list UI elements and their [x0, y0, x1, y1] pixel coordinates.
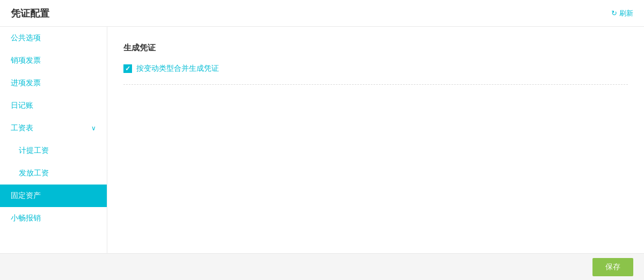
sidebar-item-label: 日记账: [11, 101, 33, 110]
sidebar-item-fixed-assets[interactable]: 固定资产: [0, 185, 107, 207]
sidebar-item-label: 固定资产: [11, 191, 41, 201]
sidebar-item-label: 销项发票: [11, 56, 41, 65]
page-title: 凭证配置: [11, 7, 49, 20]
refresh-icon: ↻: [611, 9, 617, 17]
footer: 保存: [0, 253, 644, 280]
sidebar-item-journal[interactable]: 日记账: [0, 94, 107, 117]
sidebar-item-label: 小畅报销: [11, 213, 41, 223]
sidebar-item-label: 进项发票: [11, 78, 41, 88]
checkbox-label: 按变动类型合并生成凭证: [136, 64, 219, 73]
sidebar-item-label: 计提工资: [19, 146, 49, 156]
sidebar-item-expense[interactable]: 小畅报销: [0, 207, 107, 230]
sidebar-item-payroll[interactable]: 工资表∨: [0, 117, 107, 139]
sidebar-item-payroll-calc[interactable]: 计提工资: [0, 139, 107, 162]
merge-checkbox[interactable]: [123, 64, 132, 73]
sidebar-item-sales-invoice[interactable]: 销项发票: [0, 49, 107, 72]
refresh-label: 刷新: [619, 9, 633, 18]
section-title: 生成凭证: [123, 43, 628, 53]
sidebar-item-label: 工资表: [11, 123, 33, 133]
body: 公共选项销项发票进项发票日记账工资表∨计提工资发放工资固定资产小畅报销 生成凭证…: [0, 27, 644, 253]
sidebar: 公共选项销项发票进项发票日记账工资表∨计提工资发放工资固定资产小畅报销: [0, 27, 107, 253]
sidebar-item-label: 公共选项: [11, 33, 41, 43]
checkbox-row: 按变动类型合并生成凭证: [123, 64, 628, 73]
sidebar-item-purchase-invoice[interactable]: 进项发票: [0, 72, 107, 94]
header: 凭证配置 ↻ 刷新: [0, 0, 644, 27]
sidebar-item-public-options[interactable]: 公共选项: [0, 27, 107, 49]
sidebar-item-label: 发放工资: [19, 168, 49, 178]
chevron-down-icon: ∨: [91, 124, 96, 132]
main-content: 生成凭证 按变动类型合并生成凭证: [107, 27, 644, 253]
save-button[interactable]: 保存: [592, 258, 633, 276]
refresh-button[interactable]: ↻ 刷新: [611, 9, 633, 18]
sidebar-item-payroll-pay[interactable]: 发放工资: [0, 162, 107, 185]
divider: [123, 84, 628, 85]
